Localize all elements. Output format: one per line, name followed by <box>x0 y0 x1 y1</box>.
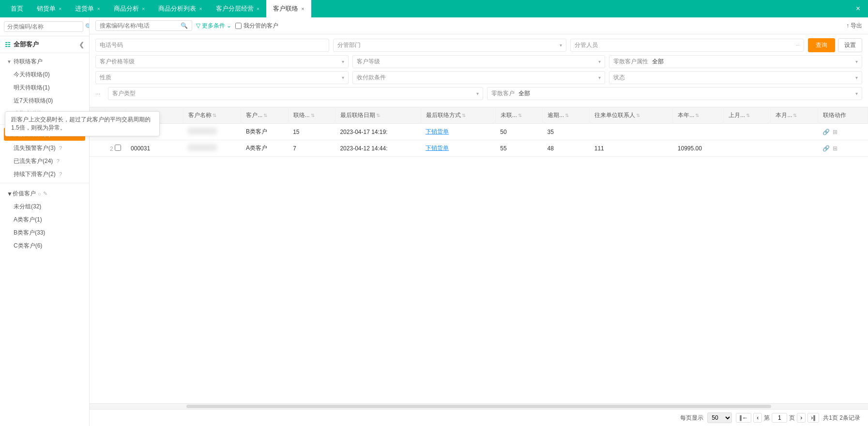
row-checkbox[interactable] <box>115 145 121 151</box>
link-icon[interactable]: 🔗 <box>822 145 830 152</box>
page-input[interactable] <box>772 413 787 423</box>
my-customers-checkbox[interactable] <box>235 23 242 29</box>
prev-page-button[interactable]: ‹ <box>753 413 762 423</box>
page-nav: ∥← ‹ 第 页 › ›∥ <box>736 413 819 423</box>
collapse-icon[interactable]: ❮ <box>79 41 84 48</box>
cell-last-date: 2023-04-17 14:19: <box>335 124 421 140</box>
table-horizontal-scrollbar[interactable] <box>90 403 868 409</box>
chevron-down-icon: ▾ <box>855 75 858 80</box>
table-col-unit-contact[interactable]: 往来单位联系人⇅ <box>590 107 673 124</box>
page-label: 第 <box>764 414 770 422</box>
info-icon: ? <box>59 145 62 151</box>
edit-icon[interactable]: ✎ <box>43 191 47 197</box>
sidebar-item-declining[interactable]: 持续下滑客户(2) ? <box>0 168 89 181</box>
cell-last-date: 2023-04-12 14:44: <box>335 140 421 157</box>
action-icons: 🔗 ⊞ <box>822 129 863 135</box>
sort-icon: ⇅ <box>565 113 569 118</box>
filter-price-grade: 客户价格等级 ▾ <box>95 55 349 68</box>
sidebar-value-group: ▼ 价值客户 ○ ✎ 未分组(32) A类客户(1) B类客户(33) C类客户… <box>0 185 89 254</box>
close-icon[interactable]: × <box>199 6 202 12</box>
filter-ellipsis[interactable]: ··· <box>95 90 100 97</box>
filter-dept: 分管部门 ▾ <box>333 39 567 52</box>
nav-product-analysis[interactable]: 商品分析 × <box>107 0 152 17</box>
table-col-last-method[interactable]: 最后联络方式⇅ <box>421 107 495 124</box>
nav-sales[interactable]: 销货单 × <box>30 0 68 17</box>
per-page-select[interactable]: 50 20 100 <box>707 412 732 423</box>
table-col-this-year[interactable]: 本年...⇅ <box>673 107 724 124</box>
first-page-button[interactable]: ∥← <box>736 413 751 423</box>
cell-type: B类客户 <box>241 124 288 140</box>
sidebar-value-group-header[interactable]: ▼ 价值客户 ○ ✎ <box>0 187 89 200</box>
close-icon[interactable]: × <box>142 6 145 12</box>
cell-contact-count: 15 <box>288 124 335 140</box>
export-button[interactable]: ↑ 导出 <box>846 22 862 30</box>
close-icon[interactable]: × <box>97 6 100 12</box>
search-icon[interactable]: 🔍 <box>181 22 188 29</box>
sidebar-item-c-class[interactable]: C类客户(6) <box>0 239 89 252</box>
close-icon[interactable]: × <box>59 6 61 12</box>
table-col-this-month[interactable]: 本月...⇅ <box>771 107 818 124</box>
cell-name <box>183 124 241 140</box>
search-icon[interactable]: 🔍 <box>85 23 90 30</box>
sort-icon: ⇅ <box>746 113 750 118</box>
sidebar-group-pending-header[interactable]: ▼ 待联络客户 <box>0 55 89 68</box>
sidebar-item-7days[interactable]: 近7天待联络(0) <box>0 94 89 107</box>
grid-action-icon[interactable]: ⊞ <box>833 145 838 152</box>
scrollbar-thumb[interactable] <box>186 405 771 408</box>
cell-unit-contact: 111 <box>590 140 673 157</box>
my-customers-checkbox-label[interactable]: 我分管的客户 <box>235 22 278 30</box>
sidebar-search-input[interactable] <box>4 21 83 32</box>
window-close-button[interactable]: × <box>852 4 864 13</box>
sidebar-item-churn-warning[interactable]: 流失预警客户(3) ? <box>0 142 89 155</box>
close-icon[interactable]: × <box>257 6 259 12</box>
table-row: 1 000039 B类客户 15 2023-04-17 14:19: 下销货单 … <box>90 124 868 140</box>
query-button[interactable]: 查询 <box>808 38 835 52</box>
table-row: 2 000031 A类客户 7 2023-04-12 14:44: 下销货单 5… <box>90 140 868 157</box>
sidebar-item-b-class[interactable]: B类客户(33) <box>0 226 89 239</box>
phone-input[interactable] <box>125 42 325 49</box>
grid-action-icon[interactable]: ⊞ <box>833 129 838 135</box>
table-col-contact-count[interactable]: 联络...⇅ <box>288 107 335 124</box>
table-col-type[interactable]: 客户...⇅ <box>241 107 288 124</box>
table-col-last-month[interactable]: 上月...⇅ <box>724 107 771 124</box>
table-col-uncontacted[interactable]: 未联...⇅ <box>495 107 542 124</box>
nav-home[interactable]: 首页 <box>4 0 30 17</box>
last-page-button[interactable]: ›∥ <box>807 413 819 423</box>
sidebar-item-tomorrow[interactable]: 明天待联络(1) <box>0 81 89 94</box>
sidebar-item-a-class[interactable]: A类客户(1) <box>0 213 89 226</box>
per-page-label: 每页显示 <box>680 414 703 422</box>
sidebar-item-ungroup[interactable]: 未分组(32) <box>0 200 89 213</box>
search-box: 🔍 <box>95 20 192 31</box>
arrow-down-icon: ▼ <box>7 59 12 64</box>
search-input[interactable] <box>100 22 181 29</box>
close-icon[interactable]: × <box>301 6 304 12</box>
link-icon[interactable]: 🔗 <box>822 129 830 135</box>
filter-row-3: 性质 ▾ 收付款条件 ▾ 状态 ▾ <box>95 71 862 84</box>
cell-this-year: 10995.00 <box>673 140 724 157</box>
sidebar-item-churned[interactable]: 已流失客户(24) ? <box>0 155 89 168</box>
action-icons: 🔗 ⊞ <box>822 145 863 152</box>
more-conditions-button[interactable]: ▽ 更多条件 ⌄ <box>196 22 231 30</box>
nav-customer-contact[interactable]: 客户联络 × <box>266 0 311 17</box>
sort-icon: ⇅ <box>311 113 315 118</box>
ellipsis-icon[interactable]: ··· <box>796 43 800 48</box>
cell-overdue: 35 <box>542 124 589 140</box>
settings-button[interactable]: 设置 <box>838 38 862 52</box>
table-col-name[interactable]: 客户名称⇅ <box>183 107 241 124</box>
nav-customer-tier[interactable]: 客户分层经营 × <box>209 0 266 17</box>
table-col-overdue[interactable]: 逾期...⇅ <box>542 107 589 124</box>
filter-status: 状态 ▾ <box>609 71 862 84</box>
data-table-wrapper: ⚙ 客户编码⇅ 客户名称⇅ 客户...⇅ <box>90 107 868 403</box>
sidebar-item-today[interactable]: 今天待联络(0) <box>0 68 89 81</box>
sidebar-all-customers-header: ☷ 全部客户 ❮ <box>0 36 89 53</box>
top-navigation: 首页 销货单 × 进货单 × 商品分析 × 商品分析列表 × 客户分层经营 × … <box>0 0 868 17</box>
table-col-last-date[interactable]: 最后联络日期⇅ <box>335 107 421 124</box>
total-records-label: 共1页 2条记录 <box>823 414 860 422</box>
nav-product-analysis-list[interactable]: 商品分析列表 × <box>152 0 209 17</box>
chevron-down-icon: ⌄ <box>227 22 231 29</box>
cell-this-month <box>771 124 818 140</box>
filter-buttons: 查询 设置 <box>808 38 862 52</box>
nav-purchase[interactable]: 进货单 × <box>68 0 107 17</box>
sort-icon: ⇅ <box>518 113 522 118</box>
next-page-button[interactable]: › <box>797 413 806 423</box>
